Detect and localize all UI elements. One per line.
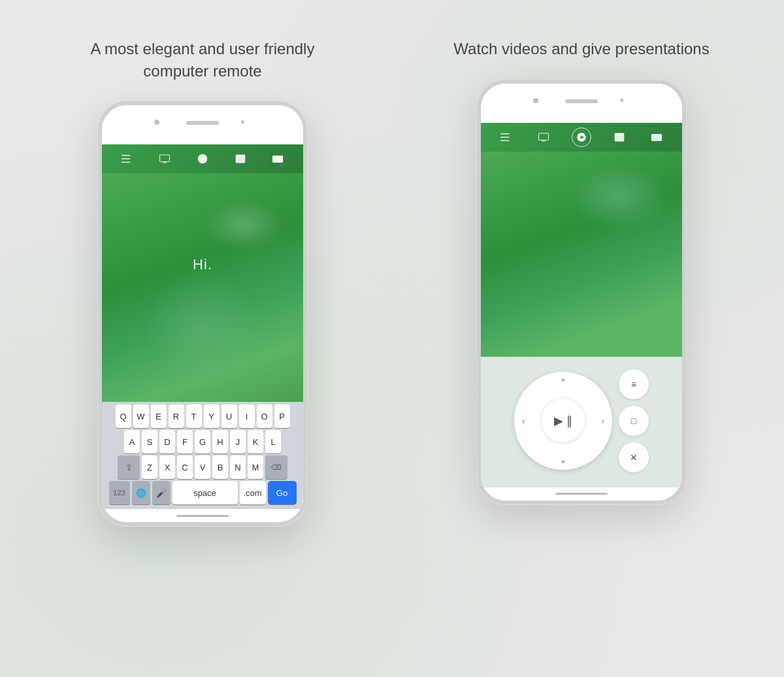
right-touchpad[interactable]	[481, 152, 682, 357]
right-toolbar	[481, 123, 682, 152]
close-side-icon: ✕	[630, 452, 638, 463]
left-panel: A most elegant and user friendly compute…	[26, 38, 379, 526]
key-n[interactable]: N	[230, 455, 246, 479]
svg-rect-30	[652, 134, 662, 140]
key-f[interactable]: F	[177, 430, 193, 454]
hi-label: Hi.	[193, 256, 212, 273]
right-play-icon[interactable]	[572, 127, 591, 147]
right-iphone-top	[481, 84, 682, 123]
key-a[interactable]: A	[124, 430, 140, 454]
left-toolbar	[102, 144, 303, 173]
right-panel-title: Watch videos and give presentations	[453, 38, 709, 60]
left-iphone-frame: Hi. Q W E R T Y U I O P	[98, 101, 307, 526]
right-iphone-frame: ‹ › ▶ ‖ ≡ □ ✕	[477, 80, 686, 504]
right-menu-icon[interactable]	[497, 127, 516, 147]
svg-rect-1	[122, 158, 131, 159]
key-s[interactable]: S	[142, 430, 157, 454]
key-e[interactable]: E	[151, 405, 167, 428]
key-u[interactable]: U	[221, 405, 237, 428]
globe-key[interactable]: 🌐	[132, 481, 150, 504]
home-indicator	[176, 515, 229, 517]
menu-side-icon: ≡	[631, 379, 636, 389]
right-iphone-bottom	[481, 487, 682, 501]
svg-rect-20	[500, 133, 510, 135]
right-camera-dot	[533, 98, 538, 103]
right-screen-icon[interactable]	[534, 127, 553, 147]
key-g[interactable]: G	[195, 430, 210, 454]
main-container: A most elegant and user friendly compute…	[13, 18, 771, 659]
svg-rect-21	[500, 137, 510, 138]
pad-top-dot	[562, 378, 565, 382]
svg-rect-22	[500, 140, 510, 141]
key-c[interactable]: C	[177, 455, 193, 479]
menu-icon[interactable]	[118, 149, 137, 169]
left-touchpad[interactable]: Hi.	[102, 173, 303, 402]
sensor-dot	[241, 120, 244, 124]
pad-bottom-dot	[562, 460, 565, 463]
key-p[interactable]: P	[274, 405, 290, 428]
right-panel: Watch videos and give presentations	[405, 38, 758, 504]
stop-side-button[interactable]: □	[619, 406, 649, 436]
svg-rect-23	[539, 133, 549, 140]
svg-rect-2	[122, 162, 131, 163]
shift-key[interactable]: ⇧	[118, 455, 140, 479]
dotcom-key[interactable]: .com	[240, 481, 266, 504]
screen-icon[interactable]	[155, 149, 174, 169]
camera-dot	[154, 120, 159, 125]
play-icon-left[interactable]	[193, 149, 212, 169]
key-r[interactable]: R	[169, 405, 184, 428]
circular-dpad[interactable]: ‹ › ▶ ‖	[514, 372, 612, 470]
svg-rect-8	[236, 155, 245, 163]
numbers-key[interactable]: 123	[109, 481, 130, 504]
close-side-button[interactable]: ✕	[619, 442, 649, 472]
right-app-content: ‹ › ▶ ‖ ≡ □ ✕	[481, 123, 682, 487]
space-key[interactable]: space	[172, 481, 238, 504]
arrow-right-icon[interactable]: ›	[601, 416, 604, 426]
left-app-content: Hi. Q W E R T Y U I O P	[102, 144, 303, 509]
remote-controls: ‹ › ▶ ‖ ≡ □ ✕	[481, 357, 682, 487]
left-iphone-top	[102, 105, 303, 144]
key-m[interactable]: M	[248, 455, 263, 479]
key-j[interactable]: J	[230, 430, 246, 454]
key-y[interactable]: Y	[204, 405, 220, 428]
key-b[interactable]: B	[212, 455, 228, 479]
key-d[interactable]: D	[159, 430, 175, 454]
key-h[interactable]: H	[212, 430, 228, 454]
key-o[interactable]: O	[257, 405, 272, 428]
go-key[interactable]: Go	[268, 481, 297, 504]
key-z[interactable]: Z	[142, 455, 157, 479]
right-keyboard-icon[interactable]	[647, 127, 666, 147]
keyboard-row-2: A S D F G H J K L	[103, 430, 302, 454]
right-home-indicator	[555, 493, 608, 495]
keyboard-area: Q W E R T Y U I O P A S D	[102, 402, 303, 509]
window-icon[interactable]	[231, 149, 250, 169]
mic-key[interactable]: 🎤	[152, 481, 171, 504]
key-x[interactable]: X	[159, 455, 175, 479]
speaker-grill	[186, 121, 219, 125]
keyboard-row-4: 123 🌐 🎤 space .com Go	[103, 481, 302, 504]
right-sensor-dot	[620, 99, 623, 102]
key-v[interactable]: V	[195, 455, 210, 479]
key-k[interactable]: K	[248, 430, 263, 454]
side-buttons-group: ≡ □ ✕	[619, 369, 649, 472]
keyboard-row-3: ⇧ Z X C V B N M ⌫	[103, 455, 302, 479]
svg-rect-28	[615, 133, 624, 141]
menu-side-button[interactable]: ≡	[619, 369, 649, 399]
svg-rect-3	[160, 155, 170, 162]
key-w[interactable]: W	[133, 405, 149, 428]
play-pause-icon: ▶ ‖	[554, 414, 572, 428]
keyboard-icon-left[interactable]	[268, 149, 287, 169]
delete-key[interactable]: ⌫	[265, 455, 287, 479]
left-iphone-bottom	[102, 509, 303, 522]
right-speaker-grill	[565, 99, 598, 103]
key-i[interactable]: I	[239, 405, 255, 428]
arrow-left-icon[interactable]: ‹	[522, 416, 525, 426]
key-t[interactable]: T	[186, 405, 202, 428]
key-q[interactable]: Q	[116, 405, 131, 428]
svg-rect-0	[122, 155, 131, 156]
right-window-icon[interactable]	[610, 127, 629, 147]
stop-side-icon: □	[631, 416, 636, 426]
play-pause-button[interactable]: ▶ ‖	[542, 399, 585, 442]
left-panel-title: A most elegant and user friendly compute…	[72, 38, 333, 82]
key-l[interactable]: L	[265, 430, 281, 454]
